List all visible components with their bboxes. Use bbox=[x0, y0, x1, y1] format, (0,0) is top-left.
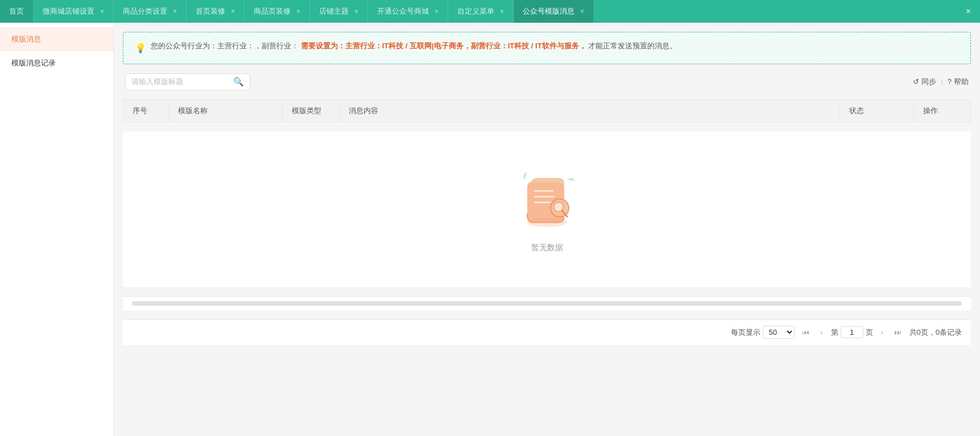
sidebar-item-template-msg-record[interactable]: 模版消息记录 bbox=[0, 51, 113, 75]
page-input-wrap: 第 页 bbox=[831, 326, 873, 338]
first-page-button[interactable]: ⏮ bbox=[799, 326, 813, 339]
tab-home-label: 首页 bbox=[9, 6, 24, 16]
tab-shop-theme-label: 店铺主题 bbox=[319, 6, 349, 16]
tab-home[interactable]: 首页 bbox=[0, 0, 34, 23]
toolbar: 🔍 ↺ 同步 | ? 帮助 bbox=[123, 73, 971, 90]
notice-text: 您的公众号行业为：主营行业：，副营行业： 需要设置为：主营行业：IT科技 / 互… bbox=[151, 40, 677, 52]
page-size-select: 每页显示 50 10 20 100 bbox=[731, 326, 795, 339]
tab-home-decor-close[interactable]: × bbox=[231, 7, 235, 15]
tab-product-page-decor[interactable]: 商品页装修 × bbox=[245, 0, 310, 23]
empty-text: 暂无数据 bbox=[531, 243, 563, 253]
tab-template-msg[interactable]: 公众号模版消息 × bbox=[514, 0, 594, 23]
tab-home-decor[interactable]: 首页装修 × bbox=[187, 0, 245, 23]
page-di-label: 第 bbox=[831, 327, 838, 338]
tab-product-category[interactable]: 商品分类设置 × bbox=[114, 0, 187, 23]
tab-custom-menu-close[interactable]: × bbox=[500, 7, 504, 15]
search-box: 🔍 bbox=[125, 73, 250, 90]
next-page-button[interactable]: › bbox=[875, 326, 889, 339]
content-area: 💡 您的公众号行业为：主营行业：，副营行业： 需要设置为：主营行业：IT科技 /… bbox=[114, 23, 980, 436]
page-label: 页 bbox=[866, 327, 873, 338]
col-action: 操作 bbox=[914, 99, 971, 122]
scrollbar-area bbox=[123, 296, 971, 310]
tab-shop-theme[interactable]: 店铺主题 × bbox=[310, 0, 368, 23]
notice-icon: 💡 bbox=[135, 41, 146, 56]
sync-button[interactable]: ↺ 同步 bbox=[913, 77, 936, 87]
col-type: 模版类型 bbox=[283, 99, 340, 122]
page-number-input[interactable] bbox=[841, 326, 863, 338]
sidebar-item-template-msg[interactable]: 模版消息 bbox=[0, 27, 113, 51]
main-layout: 模版消息 模版消息记录 💡 您的公众号行业为：主营行业：，副营行业： 需要设置为… bbox=[0, 23, 980, 436]
tab-custom-menu-label: 自定义菜单 bbox=[457, 6, 494, 16]
empty-state: 暂无数据 bbox=[123, 131, 971, 287]
tab-wechat-shop-label: 微商城店铺设置 bbox=[43, 6, 94, 16]
prev-page-button[interactable]: ‹ bbox=[815, 326, 829, 339]
tab-home-decor-label: 首页装修 bbox=[196, 6, 225, 16]
per-page-label: 每页显示 bbox=[731, 327, 760, 338]
tab-open-mall[interactable]: 开通公众号商城 × bbox=[368, 0, 448, 23]
tab-custom-menu[interactable]: 自定义菜单 × bbox=[448, 0, 514, 23]
tab-bar-close-all[interactable]: × bbox=[957, 6, 980, 16]
table-header-row: 序号 模版名称 模版类型 消息内容 状态 操作 bbox=[123, 99, 971, 122]
tab-open-mall-label: 开通公众号商城 bbox=[377, 6, 429, 16]
sync-icon: ↺ bbox=[913, 77, 919, 86]
tab-product-category-label: 商品分类设置 bbox=[123, 6, 167, 16]
tab-template-msg-label: 公众号模版消息 bbox=[523, 6, 574, 16]
search-input[interactable] bbox=[131, 77, 230, 86]
tab-wechat-shop[interactable]: 微商城店铺设置 × bbox=[34, 0, 114, 23]
help-button[interactable]: ? 帮助 bbox=[948, 77, 969, 87]
last-page-button[interactable]: ⏭ bbox=[891, 326, 905, 339]
tab-product-page-decor-label: 商品页装修 bbox=[254, 6, 291, 16]
tab-wechat-shop-close[interactable]: × bbox=[100, 7, 104, 15]
total-text: 共0页，0条记录 bbox=[909, 327, 962, 338]
notice-box: 💡 您的公众号行业为：主营行业：，副营行业： 需要设置为：主营行业：IT科技 /… bbox=[123, 32, 971, 64]
tab-bar: 首页 微商城店铺设置 × 商品分类设置 × 首页装修 × 商品页装修 × 店铺主… bbox=[0, 0, 980, 23]
tab-product-category-close[interactable]: × bbox=[173, 7, 177, 15]
sidebar: 模版消息 模版消息记录 bbox=[0, 23, 114, 436]
empty-illustration bbox=[513, 165, 581, 234]
tab-template-msg-close[interactable]: × bbox=[580, 7, 584, 15]
col-name: 模版名称 bbox=[169, 99, 283, 122]
scrollbar-track[interactable] bbox=[132, 301, 962, 306]
col-content: 消息内容 bbox=[340, 99, 840, 122]
tab-open-mall-close[interactable]: × bbox=[435, 7, 439, 15]
tab-shop-theme-close[interactable]: × bbox=[354, 7, 358, 15]
col-seq: 序号 bbox=[123, 99, 169, 122]
data-table: 序号 模版名称 模版类型 消息内容 状态 操作 bbox=[123, 99, 971, 122]
search-icon[interactable]: 🔍 bbox=[233, 77, 244, 87]
page-size-dropdown[interactable]: 50 10 20 100 bbox=[763, 326, 795, 339]
help-icon: ? bbox=[948, 77, 952, 86]
toolbar-right: ↺ 同步 | ? 帮助 bbox=[913, 77, 969, 87]
tab-product-page-decor-close[interactable]: × bbox=[296, 7, 300, 15]
page-nav: ⏮ ‹ 第 页 › ⏭ bbox=[799, 326, 905, 339]
pagination-bar: 每页显示 50 10 20 100 ⏮ ‹ 第 页 › ⏭ 共0页， bbox=[123, 319, 971, 345]
toolbar-divider: | bbox=[941, 77, 942, 86]
col-status: 状态 bbox=[840, 99, 914, 122]
